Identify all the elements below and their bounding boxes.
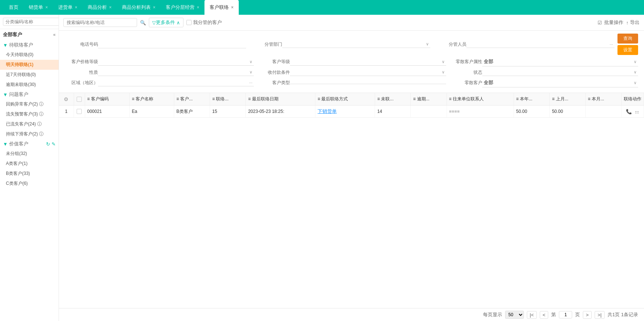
gender-chevron-icon: ∨ xyxy=(249,70,252,75)
filter-status-select[interactable]: ∨ xyxy=(482,69,638,76)
nav-home[interactable]: 首页 xyxy=(4,0,24,15)
nav-customer-segmentation[interactable]: 客户分层经营 × xyxy=(161,0,204,15)
export-icon: ↑ xyxy=(626,20,629,25)
sidebar-item-7days[interactable]: 近7天待联络(0) xyxy=(0,70,59,80)
filter-retail-attr-label: 零散客户属性 xyxy=(449,59,482,65)
payment-chevron-icon: ∨ xyxy=(442,70,445,75)
col-code-header: ≡ 客户编码 xyxy=(85,93,129,106)
status-chevron-icon: ∨ xyxy=(634,70,637,75)
select-all-checkbox[interactable] xyxy=(77,97,82,102)
filter-price-select[interactable]: ∨ xyxy=(98,58,254,66)
filter-price-cell: 客户价格等级 ∨ xyxy=(65,58,254,66)
sidebar-all-customers-label: 全部客户 xyxy=(3,31,22,38)
filter-retail-customer-select[interactable]: 全部 ∨ xyxy=(482,78,638,87)
filter-gender-select[interactable]: ∨ xyxy=(98,69,254,76)
close-purchase-order[interactable]: × xyxy=(75,5,77,10)
nav-product-analysis[interactable]: 商品分析 × xyxy=(83,0,117,15)
filter-payment-select[interactable]: ∨ xyxy=(290,69,446,76)
row-check[interactable] xyxy=(74,106,85,118)
action-phone-icon[interactable]: 📞 xyxy=(626,109,632,114)
row-checkbox[interactable] xyxy=(77,109,82,114)
top-nav: 首页 销货单 × 进货单 × 商品分析 × 商品分析列表 × 客户分层经营 × … xyxy=(0,0,644,15)
sidebar-search-area: 🔍 xyxy=(0,15,59,29)
sidebar-item-overdue[interactable]: 逾期未联络(30) xyxy=(0,80,59,90)
retail-attr-chevron-icon: ∨ xyxy=(634,59,637,64)
sidebar: 🔍 全部客户 « ▼ 待联络客户 今天待联络(0) 明天待联络(1) 近7天待联… xyxy=(0,15,59,321)
retail-customer-chevron-icon: ∨ xyxy=(634,80,637,85)
sidebar-item-churned[interactable]: 已流失客户(24) ⓘ xyxy=(0,119,59,129)
filter-panel: 电话号码 分管部门 ∨ 分管人员 ··· xyxy=(59,31,644,93)
sidebar-arrow-pending: ▼ xyxy=(3,42,8,48)
page-input[interactable] xyxy=(559,311,572,318)
close-customer-segmentation[interactable]: × xyxy=(197,5,199,10)
sidebar-item-class-c[interactable]: C类客户(6) xyxy=(0,179,59,189)
close-customer-contact[interactable]: × xyxy=(231,5,234,10)
close-sales-order[interactable]: × xyxy=(45,5,48,10)
sidebar-item-repurchase-abnormal[interactable]: 回购异常客户(2) ⓘ xyxy=(0,99,59,109)
col-this-year-header: ≡ 本年... xyxy=(514,93,549,106)
nav-customer-contact[interactable]: 客户联络 × xyxy=(204,0,239,15)
table-settings-icon[interactable]: ⚙ xyxy=(64,96,69,102)
first-page-btn[interactable]: |< xyxy=(527,311,537,319)
row-this-month xyxy=(585,106,621,118)
sidebar-item-declining[interactable]: 持续下滑客户(2) ⓘ xyxy=(0,129,59,139)
filter-dept-label: 分管部门 xyxy=(249,41,282,48)
my-customers-checkbox[interactable]: 我分管的客户 xyxy=(186,19,222,26)
filter-status-cell: 状态 ∨ xyxy=(449,69,638,76)
sidebar-item-class-a[interactable]: A类客户(1) xyxy=(0,159,59,169)
filter-customer-type-cell: 客户类型 xyxy=(257,80,446,86)
sidebar-all-customers[interactable]: 全部客户 « xyxy=(0,29,59,40)
nav-product-analysis-list[interactable]: 商品分析列表 × xyxy=(117,0,161,15)
sidebar-item-tomorrow[interactable]: 明天待联络(1) xyxy=(0,60,59,70)
sidebar-group-pending: ▼ 待联络客户 xyxy=(0,40,59,50)
filter-phone-input[interactable] xyxy=(98,41,246,48)
filter-retail-customer-cell: 零散客户 全部 ∨ xyxy=(449,78,638,87)
sidebar-collapse-icon[interactable]: « xyxy=(53,32,56,37)
filter-level-select[interactable]: ∨ xyxy=(290,58,446,66)
filter-dept-select[interactable]: ∨ xyxy=(282,41,430,48)
nav-purchase-order[interactable]: 进货单 × xyxy=(53,0,83,15)
page-suffix: 页 xyxy=(575,311,580,318)
sidebar-group-problem: ▼ 问题客户 xyxy=(0,90,59,99)
export-btn[interactable]: ↑ 导出 xyxy=(626,19,640,26)
filter-manager-select[interactable]: ··· xyxy=(466,41,615,48)
per-page-select[interactable]: 50 100 200 xyxy=(505,311,524,319)
settings-btn[interactable]: 设置 xyxy=(617,45,638,55)
region-ellipsis: ··· xyxy=(249,80,252,85)
sidebar-arrow-value: ▼ xyxy=(3,141,8,147)
close-product-analysis-list[interactable]: × xyxy=(153,5,155,10)
filter-retail-customer-label: 零散客户 xyxy=(449,80,482,86)
sidebar-item-class-b[interactable]: B类客户(33) xyxy=(0,169,59,179)
col-name-header: ≡ 客户名称 xyxy=(129,93,174,106)
query-btn[interactable]: 查询 xyxy=(617,34,638,44)
filter-customer-type-select[interactable] xyxy=(290,82,446,84)
filter-row-4: 区域（地区） ··· 客户类型 零散客户 全部 ∨ xyxy=(65,78,638,87)
search-input[interactable] xyxy=(63,18,137,27)
close-product-analysis[interactable]: × xyxy=(109,5,112,10)
sidebar-item-ungrouped[interactable]: 未分组(32) xyxy=(0,149,59,159)
level-chevron-icon: ∨ xyxy=(442,59,445,64)
filter-row-2: 客户价格等级 ∨ 客户等级 ∨ 零散客户属性 全部 xyxy=(65,57,638,66)
filter-payment-label: 收付款条件 xyxy=(257,69,290,76)
sidebar-search-input[interactable] xyxy=(3,18,59,26)
sidebar-edit-icon[interactable]: ✎ xyxy=(52,141,56,147)
row-last-contact-method: 下销货单 xyxy=(315,106,375,118)
next-page-btn[interactable]: > xyxy=(583,311,592,319)
row-customer-type: B类客户 xyxy=(174,106,210,118)
prev-page-btn[interactable]: < xyxy=(540,311,549,319)
nav-sales-order[interactable]: 销货单 × xyxy=(24,0,53,15)
more-conditions-btn[interactable]: ▽ 更多条件 ∧ xyxy=(149,18,183,27)
last-contact-link[interactable]: 下销货单 xyxy=(318,108,337,114)
last-page-btn[interactable]: >| xyxy=(595,311,605,319)
col-customer-type-header: ≡ 客户... xyxy=(174,93,210,106)
sidebar-item-churn-warning[interactable]: 流失预警客户(3) ⓘ xyxy=(0,109,59,119)
filter-region-select[interactable]: ··· xyxy=(98,79,254,86)
filter-retail-attr-cell: 零散客户属性 全部 ∨ xyxy=(449,57,638,66)
filter-retail-attr-select[interactable]: 全部 ∨ xyxy=(482,57,638,66)
toolbar-search-button[interactable]: 🔍 xyxy=(140,20,146,25)
batch-op-btn[interactable]: ☑ 批量操作 xyxy=(598,19,623,26)
filter-level-cell: 客户等级 ∨ xyxy=(257,58,446,66)
action-more-icon[interactable]: ⚏ xyxy=(635,109,639,114)
sidebar-item-today[interactable]: 今天待联络(0) xyxy=(0,50,59,60)
sidebar-refresh-icon[interactable]: ↻ xyxy=(46,141,50,147)
